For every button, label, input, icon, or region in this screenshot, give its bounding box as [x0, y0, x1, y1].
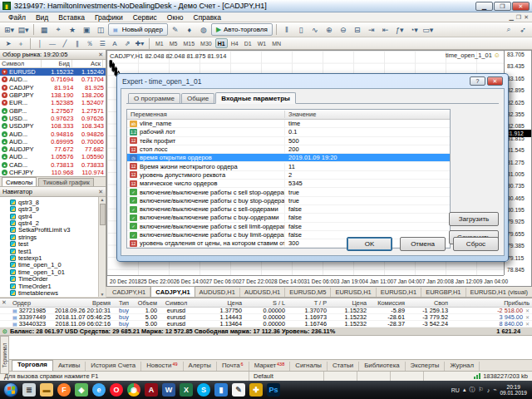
- symbol-row[interactable]: ▴USDJPY108.333108.343: [0, 122, 106, 130]
- shapes-icon[interactable]: ☰: [96, 38, 108, 48]
- chart-tab[interactable]: CADJPY,H1: [108, 288, 150, 297]
- tab-tick-chart[interactable]: Тиковый график: [38, 178, 93, 186]
- strategy-tester-icon[interactable]: ◫: [94, 23, 107, 36]
- taskbar-opera-icon[interactable]: O: [110, 383, 123, 397]
- tab-experts[interactable]: Эксперты: [406, 362, 446, 371]
- timeframe-m1[interactable]: M1: [153, 38, 166, 48]
- chart-tab[interactable]: EURUSD,H1: [331, 288, 376, 297]
- cancel-button[interactable]: Отмена: [400, 237, 446, 251]
- param-row[interactable]: 12Время жизни неоткрытого ордера11: [127, 162, 450, 170]
- taskbar-chrome-icon[interactable]: ◉: [127, 383, 140, 397]
- menu-charts[interactable]: Графики: [90, 13, 128, 22]
- timeframe-d1[interactable]: D1: [242, 38, 254, 48]
- dialog-titlebar[interactable]: Expert - time_open_1_01 ? ✕: [121, 74, 505, 88]
- navigator-scrollbar[interactable]: ▲▼: [98, 197, 106, 296]
- param-row[interactable]: 12магическое число ордеров5345: [127, 180, 450, 188]
- menu-help[interactable]: Справка: [189, 13, 226, 22]
- timeframe-m30[interactable]: M30: [198, 38, 214, 48]
- tab-exposure[interactable]: Активы: [53, 362, 86, 371]
- param-row[interactable]: ✓включение/выключение работы с sell limi…: [127, 223, 450, 231]
- candle-chart-icon[interactable]: ▯: [294, 23, 308, 36]
- chart-tab[interactable]: EURUSD,H1 (visual): [466, 288, 532, 297]
- text-icon[interactable]: A: [109, 38, 121, 48]
- pin-icon[interactable]: ⌕: [502, 23, 515, 36]
- tab-common[interactable]: Общие: [181, 93, 214, 103]
- param-row[interactable]: ✓включение/выключение работы с buy-ордер…: [127, 214, 450, 222]
- timeframe-mn[interactable]: MN: [269, 38, 283, 48]
- timeframe-h4[interactable]: H4: [229, 38, 241, 48]
- navigator-item[interactable]: timetablenews: [3, 289, 106, 296]
- templates-icon[interactable]: ▭▾: [421, 23, 435, 36]
- tab-symbols[interactable]: Символы: [2, 177, 37, 186]
- trade-row[interactable]: ▤33440323 2018.11.09 06:02:16 buy 5.00 e…: [0, 321, 532, 328]
- close-trade-icon[interactable]: ✕: [525, 322, 530, 327]
- symbol-row[interactable]: ▴CAD...0.738130.73833: [0, 161, 106, 169]
- indicators-icon[interactable]: ƒ▾: [393, 23, 406, 36]
- chart-tab[interactable]: AUDUSD,H1: [240, 288, 285, 297]
- param-row[interactable]: 12уровень допустимого реквота2: [127, 171, 450, 180]
- alerts-icon[interactable]: ♦: [183, 23, 196, 36]
- timeframe-m15[interactable]: M15: [180, 38, 197, 48]
- taskbar-ie-icon[interactable]: e: [92, 383, 106, 397]
- taskbar-firefox-icon[interactable]: F: [57, 383, 71, 397]
- mdi-restore-button[interactable]: ❐: [516, 14, 521, 21]
- navigator-icon[interactable]: ★: [66, 23, 79, 36]
- tray-network-icon[interactable]: ⌁: [493, 387, 496, 393]
- terminal-side-tab[interactable]: Терминал: [0, 336, 9, 374]
- load-button[interactable]: Загрузить: [449, 212, 499, 226]
- tab-library[interactable]: Библиотека: [359, 362, 405, 371]
- param-row[interactable]: ✓включение/выключение работы с buy stop-…: [127, 197, 450, 205]
- symbol-row[interactable]: ▾EUR...1.523851.52407: [0, 99, 106, 106]
- timeframe-w1[interactable]: W1: [255, 38, 269, 48]
- menu-file[interactable]: Файл: [3, 13, 31, 22]
- horizontal-line-icon[interactable]: —: [47, 38, 58, 48]
- tray-clock[interactable]: 20:19 09.01.2019: [500, 384, 529, 397]
- chart-tab[interactable]: AUDUSD,H1: [195, 288, 240, 297]
- cursor-icon[interactable]: ➤: [2, 38, 14, 48]
- periods-icon[interactable]: ◔▾: [407, 23, 421, 36]
- tab-journal[interactable]: Журнал: [445, 362, 479, 371]
- tab-market[interactable]: Маркет438: [249, 362, 291, 371]
- symbol-row[interactable]: ▾EURUSD1.152321.15240: [0, 68, 106, 76]
- profiles-icon[interactable]: ▤▾: [17, 23, 30, 36]
- chart-tab-active[interactable]: CADJPY,H1: [150, 286, 195, 297]
- more-tools-icon[interactable]: ✚▾: [134, 38, 145, 48]
- dialog-help-button[interactable]: ?: [470, 76, 485, 86]
- tray-volume-icon[interactable]: ♪: [487, 387, 490, 393]
- new-chart-icon[interactable]: ⊞▾: [2, 23, 16, 36]
- channel-icon[interactable]: ∥: [71, 38, 83, 48]
- restore-button[interactable]: ❐: [494, 2, 511, 11]
- menu-insert[interactable]: Вставка: [53, 13, 90, 22]
- tray-flag-icon[interactable]: ⚐: [478, 387, 483, 393]
- chart-tab[interactable]: EURUSD,M5: [285, 288, 331, 297]
- crosshair-icon[interactable]: ＋: [15, 38, 27, 48]
- zoom-in-icon[interactable]: ⊕: [323, 23, 336, 36]
- symbol-row[interactable]: ▴AUD...1.055761.05590: [0, 153, 106, 160]
- ok-button[interactable]: OK: [347, 237, 392, 251]
- symbol-row[interactable]: ▴AUDJPY77.67277.682: [0, 145, 106, 153]
- taskbar-explorer-icon[interactable]: ▬: [40, 383, 53, 397]
- tab-inputs[interactable]: Входные параметры: [215, 92, 296, 104]
- symbol-row[interactable]: ▾GBPJPY138.190138.206: [0, 91, 106, 99]
- timeframe-m5[interactable]: M5: [167, 38, 180, 48]
- metaeditor-icon[interactable]: ✎: [169, 23, 182, 36]
- start-button[interactable]: [3, 382, 18, 397]
- detach-icon[interactable]: ➶: [516, 23, 530, 36]
- chart-shift-icon[interactable]: ⇤: [379, 23, 392, 36]
- menu-view[interactable]: Вид: [31, 13, 53, 22]
- reset-button[interactable]: Сброс: [453, 237, 499, 251]
- market-watch-icon[interactable]: ▦: [37, 23, 51, 36]
- chart-tab[interactable]: EURGBP,H1: [421, 288, 466, 297]
- arrows-icon[interactable]: ⇗: [121, 38, 133, 48]
- symbol-row[interactable]: ▴AUD...0.699950.70006: [0, 138, 106, 145]
- tab-mailbox[interactable]: Почта6: [217, 362, 249, 371]
- terminal-icon[interactable]: ▣: [80, 23, 93, 36]
- param-row[interactable]: ✓включение/выключение работы с sell-орде…: [127, 205, 450, 214]
- taskbar-document-icon[interactable]: ≣: [22, 383, 36, 397]
- symbol-row[interactable]: ▴AUD...0.948160.94826: [0, 130, 106, 137]
- fibonacci-icon[interactable]: ％: [84, 38, 96, 48]
- vertical-line-icon[interactable]: │: [34, 38, 46, 48]
- menu-tools[interactable]: Сервис: [128, 13, 162, 22]
- close-button[interactable]: ✕: [512, 2, 530, 11]
- dialog-close-button[interactable]: ✕: [487, 76, 503, 86]
